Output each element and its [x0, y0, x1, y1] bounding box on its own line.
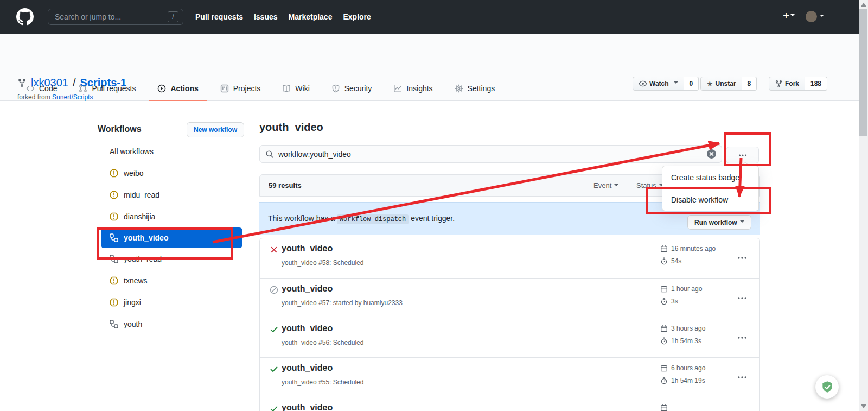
- calendar-icon: [660, 245, 668, 252]
- run-duration: 54s: [671, 257, 681, 265]
- fork-button[interactable]: Fork: [769, 77, 805, 91]
- run-options-button[interactable]: [737, 293, 747, 303]
- status-filter[interactable]: Status: [636, 175, 663, 197]
- run-options-button[interactable]: [737, 253, 747, 263]
- run-row[interactable]: youth_video youth_video #57: started by …: [260, 278, 760, 318]
- run-title[interactable]: youth_video: [282, 403, 333, 411]
- nav-explore[interactable]: Explore: [343, 12, 371, 21]
- run-title[interactable]: youth_video: [282, 244, 333, 254]
- graph-icon: [393, 84, 402, 93]
- adguard-badge[interactable]: [815, 375, 839, 399]
- tab-code[interactable]: Code: [17, 78, 66, 101]
- create-new-button[interactable]: +: [783, 9, 795, 22]
- run-options-button[interactable]: [737, 333, 747, 343]
- run-row[interactable]: youth_video youth_video #58: Scheduled 1…: [260, 238, 760, 278]
- calendar-icon: [660, 364, 668, 372]
- menu-item-create-status-badge[interactable]: Create status badge: [662, 166, 758, 188]
- workflow-label: All workflows: [110, 147, 154, 156]
- tab-actions[interactable]: Actions: [149, 78, 207, 101]
- fork-count[interactable]: 188: [805, 77, 827, 91]
- workflow-options-button[interactable]: [726, 147, 759, 163]
- run-options-button[interactable]: [737, 372, 747, 382]
- warning-icon: [110, 298, 118, 307]
- runs-filter-bar: [259, 145, 722, 163]
- scrollbar-thumb[interactable]: [859, 9, 867, 136]
- tab-wiki[interactable]: Wiki: [273, 78, 318, 101]
- header-nav: Pull requests Issues Marketplace Explore: [195, 0, 371, 34]
- sidebar-item-all-workflows[interactable]: All workflows: [101, 141, 242, 162]
- run-duration: 1h 54m 19s: [671, 377, 705, 384]
- global-search-input[interactable]: [55, 12, 168, 21]
- success-check-icon: [270, 365, 278, 374]
- play-circle-icon: [157, 84, 166, 93]
- scroll-down-arrow[interactable]: [861, 404, 866, 408]
- workflow-list: All workflows weibo midu_read dianshijia…: [101, 141, 242, 335]
- clear-filter-button[interactable]: [707, 149, 716, 159]
- run-row[interactable]: youth_video youth_video #55: Scheduled 6…: [260, 357, 760, 397]
- event-filter[interactable]: Event: [593, 175, 618, 197]
- repo-tabs: Code Pull requests Actions Projects Wiki…: [17, 78, 503, 101]
- chevron-down-icon: [614, 184, 618, 188]
- workflow-label: jingxi: [124, 298, 141, 307]
- workflow-icon: [110, 320, 118, 328]
- tab-security[interactable]: Security: [323, 78, 381, 101]
- sidebar-item-midu-read[interactable]: midu_read: [101, 184, 242, 206]
- tab-insights[interactable]: Insights: [385, 78, 441, 101]
- run-time: 3 hours ago: [671, 325, 705, 332]
- sidebar-item-dianshijia[interactable]: dianshijia: [101, 206, 242, 227]
- gear-icon: [455, 84, 463, 93]
- sidebar-item-txnews[interactable]: txnews: [101, 270, 242, 292]
- unstar-label: Unstar: [716, 80, 736, 87]
- tab-projects[interactable]: Projects: [212, 78, 270, 101]
- run-subtitle: youth_video #56: Scheduled: [282, 339, 363, 346]
- star-count[interactable]: 8: [742, 77, 757, 91]
- watch-label: Watch: [649, 80, 669, 87]
- workflow-label: midu_read: [124, 191, 159, 199]
- scroll-up-arrow[interactable]: [861, 3, 866, 7]
- nav-issues[interactable]: Issues: [254, 12, 278, 21]
- new-workflow-button[interactable]: New workflow: [187, 122, 244, 137]
- sidebar-item-youth-read[interactable]: youth_read: [101, 248, 242, 270]
- project-icon: [220, 84, 229, 93]
- tab-settings[interactable]: Settings: [446, 78, 504, 101]
- run-title[interactable]: youth_video: [282, 363, 333, 373]
- run-workflow-button[interactable]: Run workflow: [687, 215, 751, 230]
- global-search-box: /: [48, 9, 183, 25]
- sidebar-item-youth-video[interactable]: youth_video: [101, 227, 242, 248]
- top-header: / Pull requests Issues Marketplace Explo…: [0, 0, 868, 34]
- run-row[interactable]: youth_video youth_video #56: Scheduled 3…: [260, 318, 760, 357]
- run-row[interactable]: youth_video: [260, 397, 760, 411]
- run-title[interactable]: youth_video: [282, 284, 333, 294]
- warning-icon: [110, 191, 118, 199]
- github-logo-icon[interactable]: [16, 8, 34, 26]
- search-icon: [265, 150, 274, 159]
- nav-marketplace[interactable]: Marketplace: [289, 12, 333, 21]
- run-title[interactable]: youth_video: [282, 324, 333, 333]
- chevron-down-icon: [820, 15, 824, 19]
- unstar-button[interactable]: ★ Unstar: [700, 77, 742, 91]
- nav-pull-requests[interactable]: Pull requests: [195, 12, 243, 21]
- sidebar-item-youth[interactable]: youth: [101, 313, 242, 335]
- tab-label: Wiki: [295, 84, 309, 93]
- runs-filter-input[interactable]: [278, 150, 703, 159]
- kebab-horizontal-icon: [738, 151, 747, 160]
- page-scrollbar: [859, 0, 868, 411]
- fork-group: Fork 188: [769, 77, 827, 91]
- watch-button[interactable]: Watch: [633, 77, 684, 91]
- book-icon: [282, 84, 291, 93]
- sidebar-item-weibo[interactable]: weibo: [101, 162, 242, 184]
- watch-count[interactable]: 0: [684, 77, 699, 91]
- menu-item-disable-workflow[interactable]: Disable workflow: [662, 188, 758, 211]
- tab-pull-requests[interactable]: Pull requests: [70, 78, 144, 101]
- sidebar-item-jingxi[interactable]: jingxi: [101, 292, 242, 313]
- fork-label: Fork: [785, 80, 799, 87]
- run-duration: 3s: [671, 298, 678, 305]
- calendar-icon: [660, 325, 668, 332]
- calendar-icon: [660, 285, 668, 293]
- success-check-icon: [270, 325, 278, 334]
- tab-label: Settings: [468, 84, 495, 93]
- workflow-label: txnews: [124, 276, 148, 285]
- user-menu[interactable]: [806, 11, 824, 22]
- star-icon: ★: [706, 79, 713, 88]
- workflow-options-menu: Create status badge Disable workflow: [662, 166, 759, 211]
